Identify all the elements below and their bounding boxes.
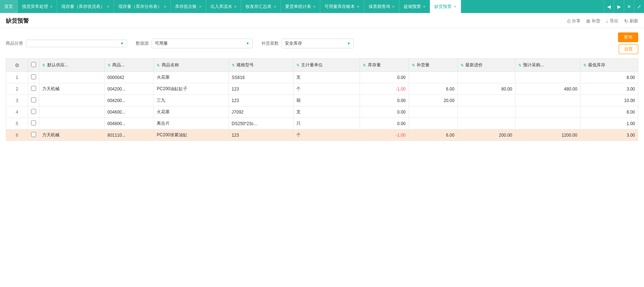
row-latest-price-1 — [457, 72, 515, 83]
tab-nav-controls: ◀ ▶ ✕ ⤢ — [604, 0, 644, 13]
settings-button[interactable]: 设置 — [619, 44, 638, 54]
row-checkbox-1[interactable] — [28, 72, 39, 83]
filter-restock-base-group: 补货基数 安全库存 ▼ — [261, 39, 354, 48]
row-spec-1: SS816 — [229, 72, 293, 83]
category-select[interactable]: ▼ — [26, 40, 127, 47]
row-goods-code-4: 004600... — [104, 106, 154, 118]
tab-available-ledger[interactable]: 可用量库存账本 × — [320, 0, 364, 13]
close-tab-9[interactable]: × — [392, 4, 395, 9]
th-settings[interactable]: ⚙ — [6, 59, 28, 72]
row-checkbox-3[interactable] — [28, 95, 39, 106]
restock-action[interactable]: ⊞ 补货 — [586, 18, 600, 24]
row-est-purchase-2: 480.00 — [515, 83, 580, 95]
close-tab-2[interactable]: × — [107, 4, 109, 9]
tab-shortage[interactable]: 缺货预警 × — [430, 0, 461, 13]
table-row[interactable]: 1 0000042 火花塞 SS816 支 0.00 8.00 — [6, 72, 638, 83]
table-row[interactable]: 4 004600... 火花塞 J7092 支 0.00 8.00 — [6, 106, 638, 118]
th-supplier[interactable]: ⇅ 默认供应... — [39, 59, 104, 72]
row-supplier-4 — [39, 106, 104, 118]
goods-name-sort-icon: ⇅ — [157, 63, 160, 67]
close-tab-1[interactable]: × — [50, 4, 52, 9]
restock-base-select[interactable]: 安全库存 ▼ — [282, 39, 354, 48]
th-goods-name[interactable]: ⇅ 商品名称 — [154, 59, 229, 72]
close-tab-11[interactable]: × — [454, 4, 456, 9]
row-checkbox-5[interactable] — [28, 118, 39, 129]
tab-shelf-life[interactable]: 保质期查询 × — [364, 0, 399, 13]
row-restock-6: 6.00 — [409, 129, 457, 141]
row-supplier-5 — [39, 118, 104, 129]
th-stock[interactable]: ⇅ 库存量 — [360, 59, 409, 72]
row-checkbox-4[interactable] — [28, 106, 39, 118]
row-latest-price-4 — [457, 106, 515, 118]
row-num-2: 2 — [6, 83, 28, 95]
table-row[interactable]: 2 力天机械 004200... PC200油缸缸子 123 个 -1.00 6… — [6, 83, 638, 95]
filter-buttons: 查询 设置 — [618, 32, 638, 54]
tab-stock-status[interactable]: 现存量（库存状况表） × — [57, 0, 114, 13]
header-actions: ⎙ 分享 ⊞ 补货 ↓ 导出 ↻ 刷新 — [567, 18, 639, 24]
th-spec[interactable]: ⇅ 规格型号 — [229, 59, 293, 72]
table-container: ⚙ ⇅ 默认供应... ⇅ 商品... ⇅ 商品名称 — [0, 58, 644, 141]
main-table: ⚙ ⇅ 默认供应... ⇅ 商品... ⇅ 商品名称 — [6, 58, 638, 141]
row-goods-code-3: 004200... — [104, 95, 154, 106]
tab-pick-exception[interactable]: 拣货异常处理 × — [18, 0, 57, 13]
share-action[interactable]: ⎙ 分享 — [567, 18, 580, 24]
row-num-3: 3 — [6, 95, 28, 106]
datasource-select[interactable]: 可用量 ▼ — [152, 39, 253, 48]
tab-batch-account[interactable]: 库存批次账 × — [171, 0, 206, 13]
th-unit[interactable]: ⇅ 主计量单位 — [293, 59, 360, 72]
row-est-purchase-5 — [515, 118, 580, 129]
query-button[interactable]: 查询 — [618, 32, 638, 42]
row-checkbox-6[interactable] — [28, 129, 39, 141]
tab-order-stats[interactable]: 要货单统计表 × — [281, 0, 320, 13]
close-tab-7[interactable]: × — [313, 4, 316, 9]
tab-inout-flow[interactable]: 出入库流水 × — [206, 0, 241, 13]
close-tab-5[interactable]: × — [234, 4, 236, 9]
th-est-purchase[interactable]: ⇅ 预计采购... — [515, 59, 580, 72]
row-spec-4: J7092 — [229, 106, 293, 118]
export-action[interactable]: ↓ 导出 — [606, 18, 619, 24]
tab-close-all-btn[interactable]: ✕ — [624, 0, 634, 13]
tab-fullscreen-btn[interactable]: ⤢ — [634, 0, 644, 13]
row-stock-6: -1.00 — [360, 129, 409, 141]
th-restock[interactable]: ⇅ 补货量 — [409, 59, 457, 72]
th-min-stock[interactable]: ⇅ 最低库存 — [580, 59, 638, 72]
row-min-stock-3: 10.00 — [580, 95, 638, 106]
row-supplier-3 — [39, 95, 104, 106]
tab-overstock[interactable]: 超储预警 × — [399, 0, 430, 13]
table-row[interactable]: 3 004200... 三九 123 箱 0.00 20.00 10.00 — [6, 95, 638, 106]
select-all-checkbox[interactable] — [31, 62, 36, 67]
th-checkbox[interactable] — [28, 59, 39, 72]
th-latest-price[interactable]: ⇅ 最新进价 — [457, 59, 515, 72]
est-purchase-sort-icon: ⇅ — [518, 63, 521, 67]
tab-home[interactable]: 首页 — [0, 0, 18, 13]
refresh-action[interactable]: ↻ 刷新 — [624, 18, 638, 24]
row-stock-4: 0.00 — [360, 106, 409, 118]
table-row[interactable]: 5 004800... 离合片 DS250*23c... 只 0.00 1.00 — [6, 118, 638, 129]
close-tab-8[interactable]: × — [357, 4, 359, 9]
row-restock-3: 20.00 — [409, 95, 457, 106]
refresh-icon: ↻ — [624, 18, 628, 24]
row-stock-1: 0.00 — [360, 72, 409, 83]
tab-stock-dist[interactable]: 现存量（库存分布表） × — [114, 0, 171, 13]
supplier-sort-icon: ⇅ — [42, 63, 45, 67]
row-restock-1 — [409, 72, 457, 83]
row-unit-6: 个 — [293, 129, 360, 141]
row-stock-2: -1.00 — [360, 83, 409, 95]
page-header: 缺货预警 ⎙ 分享 ⊞ 补货 ↓ 导出 ↻ 刷新 — [0, 13, 644, 28]
tab-next-btn[interactable]: ▶ — [614, 0, 624, 13]
restock-base-arrow-icon: ▼ — [347, 41, 351, 45]
row-supplier-1 — [39, 72, 104, 83]
close-tab-10[interactable]: × — [423, 4, 425, 9]
tab-prev-btn[interactable]: ◀ — [604, 0, 614, 13]
row-restock-2: 6.00 — [409, 83, 457, 95]
tab-recv-send-summary[interactable]: 收发存汇总表 × — [241, 0, 280, 13]
row-min-stock-4: 8.00 — [580, 106, 638, 118]
close-tab-6[interactable]: × — [274, 4, 276, 9]
table-row[interactable]: 6 力天机械 801110... PC200张紧油缸 123 个 -1.00 6… — [6, 129, 638, 141]
row-checkbox-2[interactable] — [28, 83, 39, 95]
close-tab-3[interactable]: × — [164, 4, 166, 9]
th-goods-code[interactable]: ⇅ 商品... — [104, 59, 154, 72]
row-supplier-2: 力天机械 — [39, 83, 104, 95]
close-tab-4[interactable]: × — [199, 4, 201, 9]
category-label: 商品分类 — [6, 40, 23, 47]
